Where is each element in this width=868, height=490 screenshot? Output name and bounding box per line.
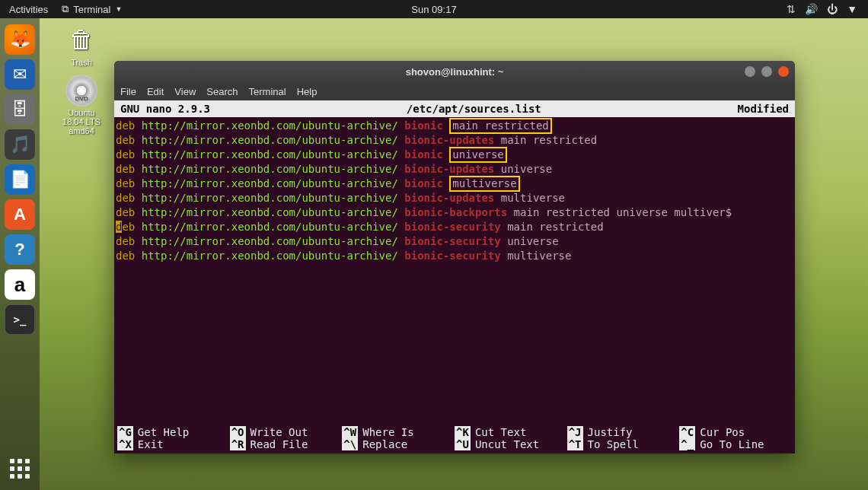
shortcut-key: ^W <box>342 426 358 438</box>
disc-desktop-icon[interactable]: Ubuntu 18.04 LTS amd64 <box>57 75 106 135</box>
shortcut-key: ^X <box>117 438 133 450</box>
source-line: deb http://mirror.xeonbd.com/ubuntu-arch… <box>116 119 793 133</box>
source-line: deb http://mirror.xeonbd.com/ubuntu-arch… <box>116 234 793 249</box>
source-line: deb http://mirror.xeonbd.com/ubuntu-arch… <box>116 205 793 220</box>
top-panel: Activities ⧉ Terminal ▼ Sun 09:17 ⇅ 🔊 ⏻ … <box>0 0 868 18</box>
trash-icon <box>65 23 98 56</box>
nano-shortcut: ^WWhere Is <box>342 426 455 438</box>
shortcut-row: ^XExit^RRead File^\Replace^UUncut Text^T… <box>117 438 792 450</box>
shortcut-label: Uncut Text <box>475 438 539 450</box>
shortcut-label: Write Out <box>251 426 308 438</box>
shortcut-label: Go To Line <box>700 438 764 450</box>
nano-version: GNU nano 2.9.3 <box>120 103 210 115</box>
nano-shortcut: ^RRead File <box>230 438 343 450</box>
nano-shortcut: ^\Replace <box>342 438 455 450</box>
window-title: shovon@linuxhint: ~ <box>406 66 504 78</box>
terminal-menubar: File Edit View Search Terminal Help <box>114 82 795 100</box>
shortcut-key: ^\ <box>342 438 358 450</box>
nano-shortcut: ^OWrite Out <box>230 426 343 438</box>
launcher-rhythmbox[interactable] <box>5 129 35 160</box>
shortcut-label: Cut Text <box>475 426 526 438</box>
launcher-amazon[interactable] <box>5 269 35 300</box>
shortcut-label: Cur Pos <box>700 426 745 438</box>
close-button[interactable] <box>778 66 789 77</box>
activities-button[interactable]: Activities <box>9 4 48 15</box>
shortcut-label: Get Help <box>138 426 189 438</box>
minimize-button[interactable] <box>745 66 755 77</box>
app-indicator[interactable]: ⧉ Terminal ▼ <box>62 3 122 15</box>
launcher-ubuntu-software[interactable] <box>5 199 35 230</box>
nano-shortcut: ^JJustify <box>567 426 680 438</box>
shortcut-label: Where Is <box>362 426 413 438</box>
launcher <box>0 18 40 490</box>
menu-view[interactable]: View <box>174 86 196 97</box>
launcher-help[interactable] <box>5 234 35 265</box>
source-line: deb http://mirror.xeonbd.com/ubuntu-arch… <box>116 191 793 205</box>
system-menu-chevron-icon[interactable]: ▼ <box>847 3 857 15</box>
launcher-libreoffice-writer[interactable] <box>5 164 35 195</box>
terminal-body[interactable]: deb http://mirror.xeonbd.com/ubuntu-arch… <box>114 117 795 426</box>
shortcut-key: ^T <box>567 438 583 450</box>
volume-icon[interactable]: 🔊 <box>805 3 818 15</box>
shortcut-key: ^O <box>230 426 246 438</box>
nano-shortcut: ^UUncut Text <box>455 438 567 450</box>
shortcut-label: To Spell <box>588 438 639 450</box>
launcher-firefox[interactable] <box>5 24 35 55</box>
show-applications-button[interactable] <box>8 457 32 481</box>
shortcut-key: ^_ <box>679 438 695 450</box>
shortcut-key: ^C <box>679 426 695 438</box>
app-name: Terminal <box>73 4 110 15</box>
nano-modified: Modified <box>738 103 789 115</box>
source-line: deb http://mirror.xeonbd.com/ubuntu-arch… <box>116 133 793 148</box>
source-line: deb http://mirror.xeonbd.com/ubuntu-arch… <box>116 177 793 191</box>
shortcut-key: ^G <box>117 426 133 438</box>
menu-search[interactable]: Search <box>206 86 238 97</box>
shortcut-key: ^U <box>455 438 471 450</box>
chevron-down-icon: ▼ <box>115 5 122 13</box>
nano-shortcut: ^GGet Help <box>117 426 230 438</box>
desktop-icons: Trash Ubuntu 18.04 LTS amd64 <box>57 23 106 135</box>
nano-shortcut: ^KCut Text <box>455 426 567 438</box>
clock[interactable]: Sun 09:17 <box>411 4 456 15</box>
shortcut-label: Read File <box>251 438 308 450</box>
maximize-button[interactable] <box>761 66 772 77</box>
source-line: deb http://mirror.xeonbd.com/ubuntu-arch… <box>116 162 793 177</box>
shortcut-key: ^R <box>230 438 246 450</box>
shortcut-label: Exit <box>138 438 164 450</box>
shortcut-label: Replace <box>362 438 407 450</box>
shortcut-label: Justify <box>588 426 633 438</box>
menu-file[interactable]: File <box>120 86 136 97</box>
menu-edit[interactable]: Edit <box>147 86 164 97</box>
network-icon[interactable]: ⇅ <box>787 3 796 15</box>
nano-shortcut: ^TTo Spell <box>567 438 680 450</box>
source-line: deb http://mirror.xeonbd.com/ubuntu-arch… <box>116 249 793 263</box>
terminal-window: shovon@linuxhint: ~ File Edit View Searc… <box>114 61 795 453</box>
launcher-files[interactable] <box>5 94 35 125</box>
trash-label: Trash <box>57 58 106 67</box>
power-icon[interactable]: ⏻ <box>827 3 838 15</box>
menu-terminal[interactable]: Terminal <box>249 86 286 97</box>
nano-filename: /etc/apt/sources.list <box>210 103 738 115</box>
source-line: deb http://mirror.xeonbd.com/ubuntu-arch… <box>116 220 793 234</box>
nano-shortcuts: ^GGet Help^OWrite Out^WWhere Is^KCut Tex… <box>114 426 795 453</box>
trash-desktop-icon[interactable]: Trash <box>57 23 106 67</box>
window-titlebar[interactable]: shovon@linuxhint: ~ <box>114 61 795 82</box>
launcher-thunderbird[interactable] <box>5 59 35 90</box>
disc-label: Ubuntu 18.04 LTS amd64 <box>57 108 106 135</box>
shortcut-row: ^GGet Help^OWrite Out^WWhere Is^KCut Tex… <box>117 426 792 438</box>
terminal-icon: ⧉ <box>62 3 69 15</box>
nano-shortcut: ^XExit <box>117 438 230 450</box>
nano-header: GNU nano 2.9.3 /etc/apt/sources.list Mod… <box>114 100 795 117</box>
shortcut-key: ^J <box>567 426 583 438</box>
menu-help[interactable]: Help <box>297 86 318 97</box>
disc-icon <box>65 75 97 107</box>
nano-shortcut: ^_Go To Line <box>679 438 792 450</box>
shortcut-key: ^K <box>455 426 471 438</box>
source-line: deb http://mirror.xeonbd.com/ubuntu-arch… <box>116 148 793 162</box>
nano-shortcut: ^CCur Pos <box>679 426 792 438</box>
launcher-terminal[interactable] <box>5 304 35 335</box>
